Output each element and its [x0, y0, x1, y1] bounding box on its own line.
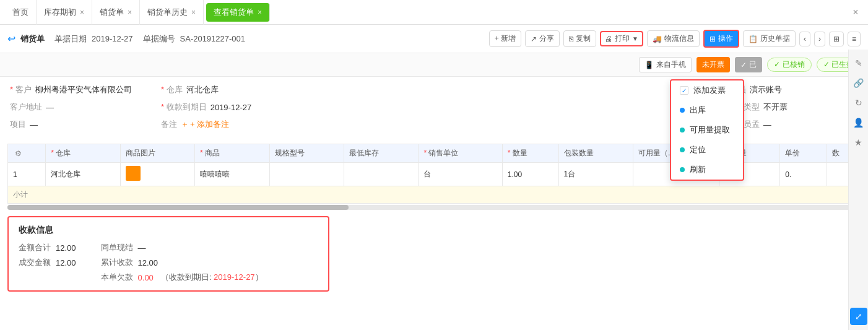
sidebar-edit-icon[interactable]: ✎: [850, 54, 867, 72]
payment-due-value[interactable]: 2019-12-27: [210, 103, 252, 112]
confirm-label: 已: [749, 59, 757, 70]
owed-extra: （收款到期日: 2019-12-27）: [161, 272, 263, 283]
deal-label: 成交金额: [19, 257, 51, 268]
sidebar-star-icon[interactable]: ★: [850, 134, 867, 151]
doc-title-section: ↩ 销货单: [7, 33, 45, 45]
done-label: 已核销: [783, 60, 805, 69]
tab-view-sales[interactable]: 查看销货单 ×: [206, 3, 270, 22]
logistics-label: 物流信息: [664, 33, 694, 44]
col-product-img: 商品图片: [120, 144, 194, 163]
note-field: 备注 ＋ + 添加备注: [161, 119, 297, 130]
tab-home[interactable]: 首页: [5, 0, 37, 25]
window-close-button[interactable]: ×: [848, 5, 863, 20]
sidebar-expand-icon[interactable]: ⤢: [850, 308, 867, 325]
col-sales-unit: 销售单位: [419, 144, 502, 163]
cell-row-num: 1: [8, 163, 46, 186]
main-content: ↩ 销货单 单据日期 2019-12-27 单据编号 SA-20191227-0…: [0, 25, 868, 330]
sidebar-refresh-icon[interactable]: ↻: [850, 94, 867, 111]
outbound-icon: [680, 108, 685, 113]
tab-inventory-label: 库存期初: [44, 7, 76, 18]
copy-button[interactable]: ⎘ 复制: [563, 30, 596, 47]
operations-label: 操作: [718, 33, 733, 44]
cell-quantity: 1.00: [502, 163, 558, 186]
toolbar: + 新增 ↗ 分享 ⎘ 复制 🖨 打印 ▼ 🚚 物流信息: [489, 30, 861, 48]
collection-total: 金额合计 12.00: [19, 242, 76, 253]
sidebar-user-icon[interactable]: 👤: [850, 114, 867, 131]
available-pick-label: 可用量提取: [690, 124, 730, 136]
add-note-button[interactable]: ＋ + 添加备注: [181, 119, 229, 130]
new-button[interactable]: + 新增: [489, 30, 521, 47]
dropdown-add-invoice[interactable]: ✓ 添加发票: [671, 80, 743, 100]
owed-date: 2019-12-27: [214, 272, 255, 282]
tab-inventory-init[interactable]: 库存期初 ×: [37, 0, 92, 25]
staff-value[interactable]: 演示账号: [750, 84, 782, 95]
share-button[interactable]: ↗ 分享: [525, 30, 560, 47]
print-label: 打印: [615, 33, 630, 44]
sidebar-link-icon[interactable]: 🔗: [850, 74, 867, 92]
warehouse-value[interactable]: 河北仓库: [186, 84, 219, 95]
copy-icon: ⎘: [569, 35, 573, 43]
copy-label: 复制: [576, 33, 591, 44]
prev-icon: ‹: [804, 35, 806, 43]
next-icon: ›: [818, 35, 821, 43]
prev-button[interactable]: ‹: [799, 32, 810, 46]
dropdown-available-pick[interactable]: 可用量提取: [671, 120, 743, 140]
note-label: 备注: [161, 119, 177, 130]
add-invoice-label: 添加发票: [693, 85, 726, 96]
warehouse-field: 仓库 河北仓库: [161, 84, 297, 95]
logistics-button[interactable]: 🚚 物流信息: [647, 30, 700, 47]
sub-toolbar: 📱 来自手机 未开票 ✓ 已 ✓ 已核销 ✓ 已生效: [0, 53, 868, 77]
col-min-stock: 最低库存: [344, 144, 418, 163]
dropdown-outbound[interactable]: 出库: [671, 100, 743, 120]
tab-sales-order[interactable]: 销货单 ×: [92, 0, 140, 25]
new-label: + 新增: [495, 33, 516, 44]
locate-label: 定位: [690, 144, 706, 155]
cell-pack-qty: 1台: [558, 163, 633, 186]
confirm-button[interactable]: ✓ 已: [735, 57, 762, 72]
confirm-icon: ✓: [740, 61, 747, 69]
effect-icon: ✓: [823, 60, 830, 69]
history-button[interactable]: 📋 历史单据: [743, 30, 796, 47]
tab-inventory-close[interactable]: ×: [80, 8, 84, 17]
ticket-type-value[interactable]: 不开票: [763, 102, 788, 113]
tab-sales-order-close[interactable]: ×: [128, 8, 132, 17]
tab-view-sales-close[interactable]: ×: [258, 8, 262, 17]
payment-due-label: 收款到期日: [161, 102, 207, 113]
owed-label: 本单欠款: [101, 272, 133, 283]
address-label: 客户地址: [10, 102, 42, 113]
col-settings: ⚙: [8, 144, 46, 163]
table-scrollbar[interactable]: [7, 205, 861, 210]
cell-min-stock: [344, 163, 418, 186]
staff2-value: —: [763, 120, 771, 129]
add-invoice-icon: ✓: [680, 86, 688, 95]
doc-number-label: 单据编号 SA-20191227-001: [143, 33, 246, 45]
customer-label: 客户: [10, 84, 32, 95]
grid-view-button[interactable]: ⊞: [829, 32, 844, 46]
operations-button[interactable]: ⊞ 操作: [703, 30, 739, 48]
col-spec: 规格型号: [269, 144, 344, 163]
col-unit-price: 单价: [780, 144, 827, 163]
dropdown-refresh[interactable]: 刷新: [671, 160, 743, 180]
print-button[interactable]: 🖨 打印 ▼: [600, 31, 643, 46]
collection-same-order: 同单现结 —: [101, 242, 263, 253]
tab-sales-history-close[interactable]: ×: [191, 8, 196, 17]
not-open-button[interactable]: 未开票: [697, 57, 730, 72]
dropdown-locate[interactable]: 定位: [671, 140, 743, 160]
from-mobile-button[interactable]: 📱 来自手机: [639, 57, 692, 72]
tab-sales-order-label: 销货单: [100, 7, 124, 18]
refresh-icon: [680, 167, 685, 172]
tab-view-sales-label: 查看销货单: [214, 7, 254, 18]
settings-icon[interactable]: ⚙: [13, 149, 23, 158]
operations-dropdown: ✓ 添加发票 出库 可用量提取 定位 刷新: [670, 79, 744, 181]
share-label: 分享: [539, 33, 554, 44]
col-pack-qty: 包装数量: [558, 144, 633, 163]
next-button[interactable]: ›: [814, 32, 825, 46]
list-view-button[interactable]: ≡: [848, 32, 861, 46]
deal-value: 12.00: [56, 258, 76, 267]
customer-value[interactable]: 柳州粤港平安气体有限公司: [35, 84, 132, 95]
tab-sales-history[interactable]: 销货单历史 ×: [140, 0, 204, 25]
history-label: 历史单据: [760, 33, 790, 44]
table-scrollbar-thumb: [7, 205, 349, 210]
collection-left-col: 金额合计 12.00 成交金额 12.00: [19, 242, 76, 283]
warehouse-label: 仓库: [161, 84, 183, 95]
